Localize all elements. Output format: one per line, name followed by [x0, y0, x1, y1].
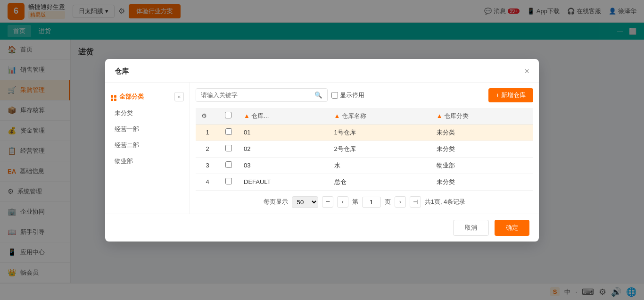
prev-page-button[interactable]: ‹	[337, 196, 348, 208]
category-dots-icon	[111, 92, 116, 101]
table-panel: 🔍 显示停用 + 新增仓库 ⚙	[190, 83, 539, 214]
page-input[interactable]	[362, 197, 381, 208]
modal-title: 仓库	[115, 67, 129, 76]
row-num: 3	[196, 157, 219, 174]
col-header-check	[219, 108, 238, 125]
table-row[interactable]: 3 03 水 物业部	[196, 157, 533, 174]
per-page-label: 每页显示	[264, 198, 288, 206]
col-header-code: ▲ 仓库...	[238, 108, 329, 125]
show-disabled-label[interactable]: 显示停用	[331, 91, 364, 100]
row-num: 4	[196, 174, 219, 190]
modal-footer: 取消 确定	[105, 214, 539, 242]
table-row[interactable]: 2 02 2号仓库 未分类	[196, 141, 533, 157]
table-header-row: ⚙ ▲ 仓库... ▲ 仓库名称	[196, 108, 533, 125]
row-check[interactable]	[219, 157, 238, 174]
sort-icon: ▲	[244, 112, 250, 119]
category-item-3[interactable]: 物业部	[105, 153, 190, 169]
row-num: 1	[196, 124, 219, 141]
search-box: 🔍	[196, 88, 328, 102]
pagination-area: 每页显示 10 20 50 100 ⊢ ‹ 第 页 › ⊣ 共1页, 4条记录	[196, 191, 533, 208]
all-categories-title: 全部分类	[111, 92, 144, 101]
row-code: DEFAULT	[238, 174, 329, 190]
row-category: 物业部	[431, 157, 533, 174]
page-label: 第	[352, 198, 358, 206]
modal-header: 仓库 ×	[105, 59, 539, 83]
last-page-button[interactable]: ⊣	[410, 196, 421, 208]
page-unit: 页	[385, 198, 391, 206]
row-category: 未分类	[431, 174, 533, 190]
row-code: 01	[238, 124, 329, 141]
row-code: 02	[238, 141, 329, 157]
row-category: 未分类	[431, 124, 533, 141]
table-toolbar: 🔍 显示停用 + 新增仓库	[196, 88, 533, 102]
row-checkbox[interactable]	[225, 161, 232, 168]
row-name: 1号仓库	[329, 124, 431, 141]
row-checkbox[interactable]	[225, 145, 232, 151]
category-item-0[interactable]: 未分类	[105, 105, 190, 121]
col-header-name: ▲ 仓库名称	[329, 108, 431, 125]
per-page-select[interactable]: 10 20 50 100	[292, 196, 318, 208]
row-num: 2	[196, 141, 219, 157]
row-name: 2号仓库	[329, 141, 431, 157]
modal-close-button[interactable]: ×	[524, 67, 529, 76]
warehouse-table: ⚙ ▲ 仓库... ▲ 仓库名称	[196, 108, 533, 191]
select-all-checkbox[interactable]	[225, 112, 231, 118]
row-name: 水	[329, 157, 431, 174]
row-checkbox[interactable]	[225, 178, 232, 184]
modal-body: 全部分类 « 未分类 经营一部 经营二部 物业部 🔍	[105, 83, 539, 214]
row-category: 未分类	[431, 141, 533, 157]
row-checkbox[interactable]	[225, 128, 232, 135]
next-page-button[interactable]: ›	[395, 196, 406, 208]
category-item-2[interactable]: 经营二部	[105, 137, 190, 153]
show-disabled-checkbox[interactable]	[331, 92, 338, 99]
row-check[interactable]	[219, 124, 238, 141]
search-input[interactable]	[196, 89, 310, 101]
search-button[interactable]: 🔍	[310, 89, 327, 101]
table-row[interactable]: 4 DEFAULT 总仓 未分类	[196, 174, 533, 190]
category-item-1[interactable]: 经营一部	[105, 121, 190, 137]
show-disabled-text: 显示停用	[340, 91, 364, 100]
total-info: 共1页, 4条记录	[425, 198, 466, 206]
row-code: 03	[238, 157, 329, 174]
row-name: 总仓	[329, 174, 431, 190]
table-row[interactable]: 1 01 1号仓库 未分类	[196, 124, 533, 141]
sort-name-icon: ▲	[334, 112, 340, 119]
add-warehouse-button[interactable]: + 新增仓库	[488, 88, 533, 102]
cancel-button[interactable]: 取消	[453, 220, 489, 236]
all-categories-header[interactable]: 全部分类 «	[105, 88, 190, 105]
first-page-button[interactable]: ⊢	[322, 196, 333, 208]
category-panel: 全部分类 « 未分类 经营一部 经营二部 物业部	[105, 83, 190, 214]
col-header-setting: ⚙	[196, 108, 219, 125]
row-check[interactable]	[219, 141, 238, 157]
row-check[interactable]	[219, 174, 238, 190]
sort-cat-icon: ▲	[437, 112, 443, 119]
warehouse-modal: 仓库 × 全部分类 « 未分类	[105, 59, 539, 242]
collapse-button[interactable]: «	[174, 92, 184, 101]
col-header-category: ▲ 仓库分类	[431, 108, 533, 125]
all-categories-label: 全部分类	[119, 92, 144, 101]
modal-overlay[interactable]: 仓库 × 全部分类 « 未分类	[0, 0, 644, 300]
confirm-button[interactable]: 确定	[495, 220, 529, 236]
